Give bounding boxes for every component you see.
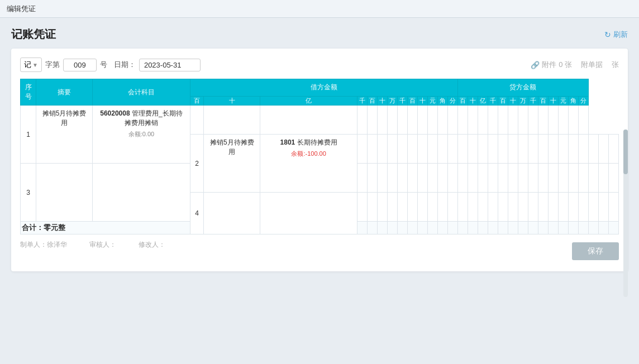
credit-cell[interactable] (588, 193, 598, 222)
debit-cell[interactable] (457, 135, 468, 164)
credit-cell[interactable] (598, 164, 608, 193)
debit-cell[interactable] (367, 106, 377, 135)
debit-cell[interactable] (357, 193, 367, 222)
attach-link[interactable]: 🔗 附件 0 张 (531, 60, 572, 70)
debit-cell[interactable] (260, 106, 357, 135)
credit-cell[interactable] (498, 164, 508, 193)
credit-cell[interactable] (518, 164, 528, 193)
zidi-input[interactable] (63, 59, 97, 71)
debit-cell[interactable] (417, 135, 427, 164)
debit-cell[interactable] (468, 164, 478, 193)
account-cell[interactable]: 1801 长期待摊费用余额:-100.00 (260, 135, 357, 193)
date-input[interactable] (139, 59, 201, 71)
debit-cell[interactable] (478, 193, 488, 222)
debit-cell[interactable] (437, 164, 447, 193)
account-cell[interactable] (93, 164, 190, 222)
debit-cell[interactable] (387, 135, 397, 164)
credit-cell[interactable] (568, 164, 578, 193)
credit-cell[interactable] (538, 164, 548, 193)
debit-cell[interactable] (407, 106, 417, 135)
credit-cell[interactable] (457, 106, 468, 135)
debit-cell[interactable] (387, 193, 397, 222)
debit-cell[interactable] (190, 106, 204, 135)
debit-cell[interactable] (427, 106, 437, 135)
credit-cell[interactable] (548, 106, 558, 135)
credit-cell[interactable] (548, 193, 558, 222)
credit-cell[interactable] (538, 193, 548, 222)
credit-cell[interactable] (518, 135, 528, 164)
debit-cell[interactable] (357, 164, 367, 193)
credit-cell[interactable] (488, 193, 498, 222)
debit-cell[interactable] (397, 135, 407, 164)
credit-cell[interactable] (558, 193, 568, 222)
account-cell[interactable] (260, 193, 357, 234)
credit-cell[interactable] (548, 164, 558, 193)
credit-cell[interactable] (598, 193, 608, 222)
credit-cell[interactable] (508, 164, 518, 193)
table-row[interactable]: 1摊销5月待摊费用56020008 管理费用_长期待摊费用摊销余额:0.00 (21, 106, 619, 135)
credit-cell[interactable] (468, 106, 478, 135)
credit-cell[interactable] (578, 193, 588, 222)
debit-cell[interactable] (417, 193, 427, 222)
credit-cell[interactable] (568, 135, 578, 164)
credit-cell[interactable] (498, 193, 508, 222)
credit-cell[interactable] (508, 135, 518, 164)
credit-cell[interactable] (488, 106, 498, 135)
credit-cell[interactable] (578, 135, 588, 164)
summary-cell[interactable] (36, 164, 93, 222)
debit-cell[interactable] (468, 135, 478, 164)
debit-cell[interactable] (367, 193, 377, 222)
credit-cell[interactable] (608, 135, 618, 164)
credit-cell[interactable] (568, 106, 578, 135)
debit-cell[interactable] (377, 164, 387, 193)
credit-cell[interactable] (478, 106, 488, 135)
debit-cell[interactable] (447, 135, 457, 164)
debit-cell[interactable] (478, 164, 488, 193)
credit-cell[interactable] (518, 106, 528, 135)
debit-cell[interactable] (367, 164, 377, 193)
debit-cell[interactable] (377, 106, 387, 135)
debit-cell[interactable] (397, 193, 407, 222)
attach-sheets[interactable]: 附单据 (581, 60, 603, 70)
debit-cell[interactable] (357, 135, 367, 164)
credit-cell[interactable] (528, 135, 538, 164)
credit-cell[interactable] (498, 135, 508, 164)
debit-cell[interactable] (417, 106, 427, 135)
debit-cell[interactable] (407, 135, 417, 164)
credit-cell[interactable] (608, 193, 618, 222)
credit-cell[interactable] (578, 164, 588, 193)
debit-cell[interactable] (447, 193, 457, 222)
credit-cell[interactable] (558, 164, 568, 193)
account-cell[interactable]: 56020008 管理费用_长期待摊费用摊销余额:0.00 (93, 106, 190, 164)
credit-cell[interactable] (558, 106, 568, 135)
save-button[interactable]: 保存 (572, 242, 619, 260)
credit-cell[interactable] (508, 193, 518, 222)
credit-cell[interactable] (488, 135, 498, 164)
debit-cell[interactable] (204, 106, 260, 135)
debit-cell[interactable] (417, 164, 427, 193)
credit-cell[interactable] (588, 135, 598, 164)
debit-cell[interactable] (377, 193, 387, 222)
debit-cell[interactable] (437, 193, 447, 222)
debit-cell[interactable] (468, 193, 478, 222)
credit-cell[interactable] (558, 135, 568, 164)
scrollbar-thumb[interactable] (623, 130, 628, 174)
debit-cell[interactable] (387, 106, 397, 135)
debit-cell[interactable] (387, 164, 397, 193)
debit-cell[interactable] (457, 193, 468, 222)
credit-cell[interactable] (538, 106, 548, 135)
credit-cell[interactable] (518, 193, 528, 222)
credit-cell[interactable] (568, 193, 578, 222)
debit-cell[interactable] (397, 106, 407, 135)
credit-cell[interactable] (498, 106, 508, 135)
debit-cell[interactable] (478, 135, 488, 164)
debit-cell[interactable] (437, 106, 447, 135)
debit-cell[interactable] (447, 164, 457, 193)
debit-cell[interactable] (427, 193, 437, 222)
credit-cell[interactable] (598, 135, 608, 164)
credit-cell[interactable] (528, 164, 538, 193)
credit-cell[interactable] (578, 106, 588, 135)
summary-cell[interactable] (204, 193, 260, 234)
debit-cell[interactable] (357, 106, 367, 135)
summary-cell[interactable]: 摊销5月待摊费用 (204, 135, 260, 193)
